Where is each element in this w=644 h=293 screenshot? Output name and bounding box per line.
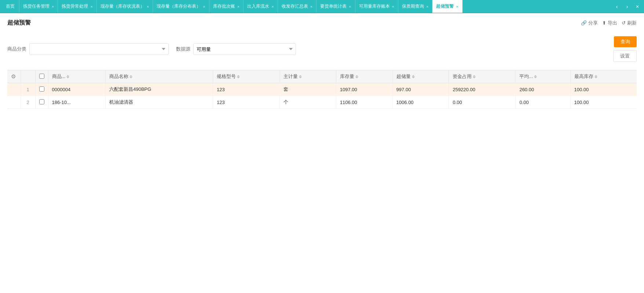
col-maxstock-label: 最高库存 [574,73,593,80]
table-row: 2 186-10... 机油滤清器 123 个 1106.00 1006.00 … [7,96,637,109]
page-content: 超储预警 🔗 分享 ⬆ 导出 ↺ 刷新 商品分类 数据源 [0,13,644,293]
th-num [21,70,35,83]
tab-close-icon[interactable]: × [147,4,149,9]
tab-close-icon[interactable]: × [52,4,54,9]
td-avg-0: 260.00 [516,83,570,96]
sort-icon-avg [534,75,537,78]
th-stock[interactable]: 库存量 [336,70,392,83]
td-spec-1: 123 [213,96,280,109]
sort-icon-maxstock [594,75,597,78]
th-capital[interactable]: 资金占用 [449,70,516,83]
th-unit[interactable]: 主计量 [279,70,336,83]
th-gear[interactable]: ⚙ [7,70,21,83]
query-button[interactable]: 查询 [614,36,637,47]
tab-label: 超储预警 [436,3,454,10]
tab-close-icon[interactable]: × [426,4,428,9]
tab-label: 现存量（库存状况表） [100,3,144,10]
td-stock-1: 1106.00 [336,96,392,109]
tab-close-icon[interactable]: × [237,4,239,9]
tab-close-icon[interactable]: × [349,4,351,9]
sort-icon-name [129,75,132,78]
td-num-0: 1 [21,83,35,96]
td-capital-1: 0.00 [449,96,516,109]
td-capital-0: 259220.00 [449,83,516,96]
td-gear-1 [7,96,21,109]
th-name[interactable]: 商品名称 [106,70,213,83]
nav-tab-tab-7[interactable]: 收发存汇总表× [278,0,316,13]
th-checkbox[interactable] [35,70,48,83]
export-icon: ⬆ [602,20,606,26]
tab-close-icon[interactable]: × [203,4,205,9]
sort-icon-code [66,75,69,78]
page-header: 超储预警 🔗 分享 ⬆ 导出 ↺ 刷新 [7,19,637,27]
tab-close-icon[interactable]: × [310,4,312,9]
nav-arrow-left[interactable]: ‹ [612,0,622,13]
col-capital-label: 资金占用 [453,73,472,80]
tab-label: 要货单统计表 [320,3,347,10]
category-select[interactable] [29,43,169,55]
nav-tab-tab-10[interactable]: 保质期查询× [398,0,432,13]
row-checkbox-0[interactable] [39,86,44,92]
top-nav: 首页 拣货任务管理×拣货异常处理×现存量（库存状况表）×现存量（库存分布表）×库… [0,0,644,13]
datasource-select[interactable]: 可用量 [193,43,296,55]
th-maxstock[interactable]: 最高库存 [570,70,637,83]
export-button[interactable]: ⬆ 导出 [602,20,617,26]
export-label: 导出 [608,20,617,26]
tab-label: 收发存汇总表 [282,3,308,10]
sort-icon-unit [299,75,302,78]
tab-label: 现存量（库存分布表） [157,3,201,10]
tab-label: 拣货任务管理 [23,3,50,10]
nav-arrow-close[interactable]: × [632,0,643,13]
nav-tab-tab-11[interactable]: 超储预警× [432,0,462,13]
th-over[interactable]: 超储量 [392,70,449,83]
td-over-0: 997.00 [392,83,449,96]
nav-arrow-right[interactable]: › [622,0,632,13]
tab-label: 库存批次账 [213,3,235,10]
tab-close-icon[interactable]: × [392,4,394,9]
nav-tab-tab-3[interactable]: 现存量（库存状况表）× [97,0,153,13]
nav-home[interactable]: 首页 [1,0,19,13]
th-code[interactable]: 商品... [48,70,106,83]
col-avg-label: 平均... [519,73,533,80]
nav-tab-tab-6[interactable]: 出入库流水× [244,0,278,13]
col-spec-label: 规格型号 [217,73,236,80]
share-button[interactable]: 🔗 分享 [581,20,598,26]
setup-button[interactable]: 设置 [613,50,637,62]
tab-close-icon[interactable]: × [90,4,92,9]
row-checkbox-1[interactable] [39,99,44,104]
nav-tab-tab-8[interactable]: 要货单统计表× [316,0,355,13]
sort-icon-spec [237,75,240,78]
th-spec[interactable]: 规格型号 [213,70,280,83]
datasource-label: 数据源 [176,46,190,52]
nav-arrows: ‹ › × [612,0,643,13]
th-avg[interactable]: 平均... [516,70,570,83]
select-all-checkbox[interactable] [39,74,44,79]
tab-label: 可用量库存账本 [359,3,390,10]
col-code-label: 商品... [52,73,66,80]
td-maxstock-0: 100.00 [570,83,637,96]
share-label: 分享 [588,20,598,26]
nav-tab-tab-4[interactable]: 现存量（库存分布表）× [153,0,209,13]
td-gear-0 [7,83,21,96]
td-checkbox-0[interactable] [35,83,48,96]
nav-tab-tab-5[interactable]: 库存批次账× [209,0,244,13]
tab-close-icon[interactable]: × [456,4,458,9]
nav-tab-tab-1[interactable]: 拣货任务管理× [19,0,58,13]
refresh-icon: ↺ [622,20,626,26]
table-header-row: ⚙ 商品... 商品名称 [7,70,637,83]
tab-label: 保质期查询 [402,3,424,10]
td-checkbox-1[interactable] [35,96,48,109]
td-code-1: 186-10... [48,96,106,109]
nav-tab-tab-9[interactable]: 可用量库存账本× [355,0,398,13]
td-code-0: 0000004 [48,83,106,96]
sort-icon-capital [473,75,476,78]
tab-close-icon[interactable]: × [271,4,274,9]
nav-tab-tab-2[interactable]: 拣货异常处理× [58,0,96,13]
col-over-label: 超储量 [396,73,411,80]
td-name-0: 六配套新昌490BPG [106,83,213,96]
filter-datasource: 数据源 可用量 [176,43,296,55]
gear-icon: ⚙ [11,73,16,79]
td-unit-0: 套 [279,83,336,96]
category-label: 商品分类 [7,46,26,52]
refresh-button[interactable]: ↺ 刷新 [622,20,637,26]
